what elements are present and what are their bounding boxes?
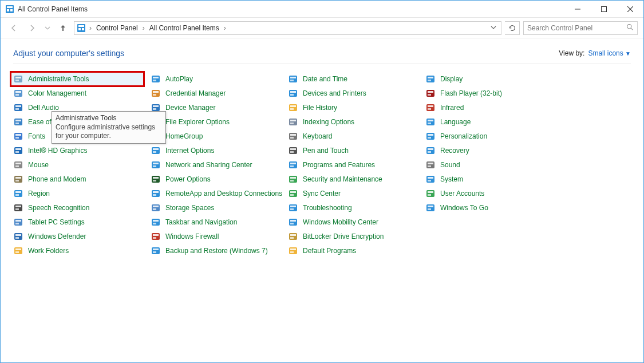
control-panel-item[interactable]: Flash Player (32-bit): [423, 86, 554, 100]
address-bar[interactable]: › Control Panel › All Control Panel Item…: [74, 21, 501, 35]
item-icon: [151, 160, 161, 170]
control-panel-item[interactable]: Programs and Features: [286, 158, 416, 172]
svg-rect-33: [15, 163, 21, 164]
control-panel-item[interactable]: Recovery: [423, 144, 554, 157]
control-panel-item[interactable]: Default Programs: [286, 244, 416, 258]
svg-rect-69: [153, 148, 159, 150]
control-panel-item[interactable]: Power Options: [148, 172, 279, 186]
item-label: Sync Center: [303, 190, 341, 198]
control-panel-item[interactable]: Pen and Touch: [286, 144, 416, 157]
control-panel-item[interactable]: File Explorer Options: [148, 115, 279, 129]
svg-rect-125: [289, 233, 297, 240]
minimize-button[interactable]: [564, 1, 591, 18]
control-panel-item[interactable]: Infrared: [423, 101, 554, 115]
control-panel-item[interactable]: RemoteApp and Desktop Connections: [148, 187, 279, 200]
breadcrumb-current[interactable]: All Control Panel Items: [148, 24, 220, 32]
back-button[interactable]: [6, 21, 21, 35]
control-panel-item[interactable]: Windows Firewall: [148, 230, 279, 243]
control-panel-item[interactable]: Color Management: [11, 86, 141, 100]
svg-rect-61: [153, 108, 156, 110]
breadcrumb-root[interactable]: Control Panel: [95, 24, 139, 32]
address-history-button[interactable]: [488, 24, 499, 32]
close-button[interactable]: [617, 1, 643, 18]
control-panel-item[interactable]: Sound: [423, 158, 554, 172]
control-panel-item[interactable]: File History: [286, 101, 416, 115]
control-panel-item[interactable]: Administrative Tools: [11, 72, 144, 86]
control-panel-item[interactable]: AutoPlay: [148, 72, 279, 86]
control-panel-icon: [5, 5, 14, 14]
svg-rect-94: [290, 80, 294, 81]
control-panel-item[interactable]: Keyboard: [286, 129, 416, 143]
control-panel-item[interactable]: Personalization: [423, 129, 554, 143]
svg-rect-16: [15, 80, 19, 81]
maximize-button[interactable]: [591, 1, 617, 18]
svg-rect-115: [290, 180, 294, 182]
search-box[interactable]: [523, 21, 638, 35]
recent-locations-button[interactable]: [43, 21, 52, 35]
item-label: AutoPlay: [165, 75, 193, 83]
svg-rect-31: [15, 151, 19, 153]
control-panel-item[interactable]: Work Folders: [11, 244, 141, 258]
svg-rect-74: [152, 176, 160, 183]
svg-rect-39: [15, 191, 21, 193]
view-by-dropdown[interactable]: Small icons ▼: [588, 49, 631, 57]
svg-rect-129: [290, 248, 296, 250]
control-panel-item[interactable]: Devices and Printers: [286, 86, 416, 100]
control-panel-item[interactable]: Region: [11, 187, 141, 200]
control-panel-item[interactable]: Device Manager: [148, 101, 279, 115]
control-panel-item[interactable]: Credential Manager: [148, 86, 279, 100]
svg-rect-78: [153, 191, 159, 193]
control-panel-item[interactable]: Indexing Options: [286, 115, 416, 129]
item-label: Intel® HD Graphics: [28, 147, 88, 155]
item-icon: [151, 74, 161, 84]
control-panel-item[interactable]: User Accounts: [423, 187, 554, 200]
control-panel-item[interactable]: Speech Recognition: [11, 201, 141, 215]
control-panel-item[interactable]: System: [423, 172, 554, 186]
item-label: Pen and Touch: [303, 147, 349, 155]
svg-rect-25: [15, 123, 19, 124]
forward-button[interactable]: [25, 21, 39, 35]
control-panel-item[interactable]: Windows Defender: [11, 230, 141, 243]
svg-rect-98: [289, 104, 297, 111]
svg-rect-88: [153, 237, 156, 239]
item-label: Work Folders: [28, 247, 69, 255]
control-panel-item[interactable]: Security and Maintenance: [286, 172, 416, 186]
control-panel-item[interactable]: Intel® HD Graphics: [11, 144, 141, 157]
svg-rect-145: [428, 137, 431, 139]
control-panel-item[interactable]: Network and Sharing Center: [148, 158, 279, 172]
svg-rect-93: [290, 77, 296, 78]
svg-rect-154: [428, 180, 431, 182]
control-panel-item[interactable]: Language: [423, 115, 554, 129]
control-panel-item[interactable]: Phone and Modem: [11, 172, 141, 186]
control-panel-item[interactable]: Display: [423, 72, 554, 86]
control-panel-item[interactable]: Tablet PC Settings: [11, 215, 141, 229]
control-panel-item[interactable]: Windows To Go: [423, 201, 554, 215]
control-panel-item[interactable]: Internet Options: [148, 144, 279, 157]
control-panel-item[interactable]: Mouse: [11, 158, 141, 172]
svg-rect-71: [152, 161, 160, 168]
search-input[interactable]: [527, 24, 623, 32]
svg-rect-133: [428, 80, 431, 81]
control-panel-item[interactable]: Sync Center: [286, 187, 416, 200]
control-panel-item[interactable]: BitLocker Drive Encryption: [286, 230, 416, 243]
up-button[interactable]: [56, 21, 70, 35]
item-icon: [425, 117, 436, 127]
svg-rect-81: [153, 206, 159, 207]
svg-rect-43: [15, 208, 19, 210]
svg-rect-23: [14, 119, 22, 125]
control-panel-item[interactable]: Backup and Restore (Windows 7): [148, 244, 279, 258]
control-panel-item[interactable]: Taskbar and Navigation: [148, 215, 279, 229]
item-label: Credential Manager: [165, 89, 226, 97]
item-label: File Explorer Options: [165, 118, 230, 126]
control-panel-item[interactable]: HomeGroup: [148, 129, 279, 143]
svg-rect-36: [15, 177, 21, 179]
item-label: System: [440, 175, 463, 183]
refresh-button[interactable]: [505, 21, 520, 35]
item-label: Keyboard: [303, 132, 332, 140]
control-panel-item[interactable]: Windows Mobility Center: [286, 215, 416, 229]
control-panel-item[interactable]: Troubleshooting: [286, 201, 416, 215]
control-panel-item[interactable]: Storage Spaces: [148, 201, 279, 215]
control-panel-item[interactable]: Date and Time: [286, 72, 416, 86]
item-icon: [288, 246, 298, 256]
item-icon: [13, 88, 23, 98]
